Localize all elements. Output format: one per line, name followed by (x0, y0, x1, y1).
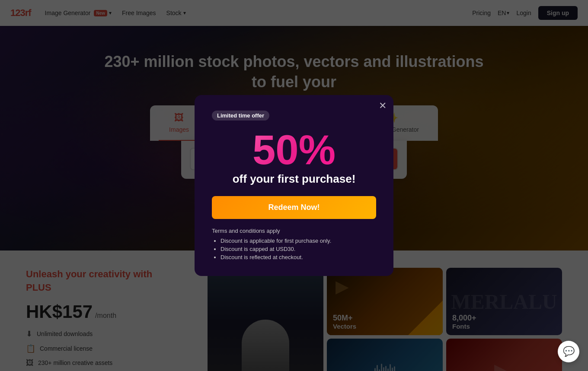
modal-overlay[interactable]: ✕ Limited time offer 50% off your first … (0, 0, 588, 371)
redeem-button[interactable]: Redeem Now! (212, 196, 376, 219)
terms-title: Terms and conditions apply (212, 228, 376, 234)
terms-item-3: Discount is reflected at checkout. (220, 254, 376, 260)
chat-icon: 💬 (563, 346, 575, 357)
terms-item-1: Discount is applicable for first purchas… (220, 238, 376, 244)
promo-modal: ✕ Limited time offer 50% off your first … (195, 95, 393, 276)
terms-item-2: Discount is capped at USD30. (220, 246, 376, 252)
chat-bubble[interactable]: 💬 (558, 341, 579, 362)
discount-percent: 50% (212, 129, 376, 171)
modal-close-button[interactable]: ✕ (379, 101, 387, 111)
terms-list: Discount is applicable for first purchas… (212, 238, 376, 260)
discount-text: off your first purchase! (212, 172, 376, 186)
